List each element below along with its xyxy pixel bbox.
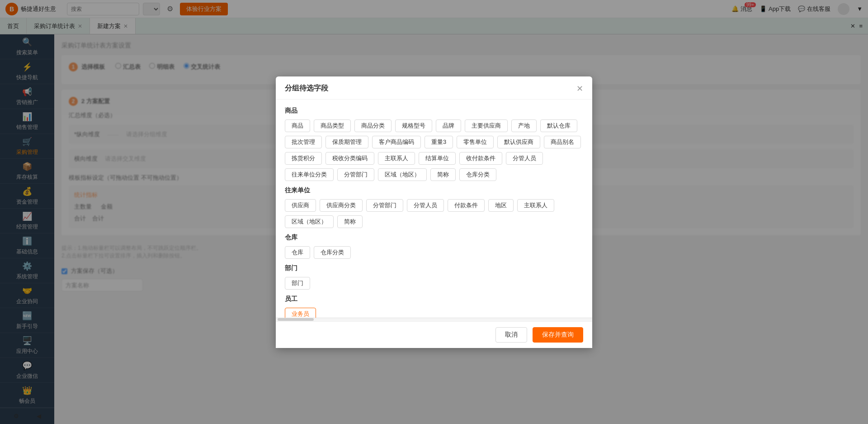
field-tag-payment-terms[interactable]: 收付款条件 [459, 152, 502, 165]
field-tag-region[interactable]: 区域（地区） [378, 168, 427, 181]
field-tag-dept[interactable]: 部门 [285, 277, 310, 290]
modal-overlay: 分组待选字段 ✕ 商品 商品 商品类型 商品分类 规格型号 品牌 主要供应商 产… [0, 0, 868, 424]
section-title-employee: 员工 [285, 295, 583, 303]
field-tag-area[interactable]: 地区 [488, 199, 514, 212]
field-tag-default-warehouse[interactable]: 默认仓库 [540, 119, 577, 132]
hscroll-thumb [278, 318, 314, 321]
field-tag-partner-manager[interactable]: 分管人员 [407, 199, 444, 212]
field-tag-supplier[interactable]: 供应商 [285, 199, 316, 212]
field-tag-default-supplier[interactable]: 默认供应商 [497, 136, 540, 148]
field-tag-spec-model[interactable]: 规格型号 [395, 119, 432, 132]
dialog-title: 分组待选字段 [285, 84, 328, 93]
dialog-hscroll[interactable] [276, 318, 592, 321]
field-tag-retail-unit[interactable]: 零售单位 [457, 136, 494, 148]
field-tag-region2[interactable]: 区域（地区） [285, 215, 334, 228]
cancel-button[interactable]: 取消 [495, 327, 527, 343]
section-title-warehouse: 仓库 [285, 233, 583, 242]
dialog-close-button[interactable]: ✕ [576, 84, 583, 94]
dialog-header: 分组待选字段 ✕ [276, 76, 592, 100]
field-tag-short-name2[interactable]: 简称 [337, 215, 363, 228]
warehouse-field-tags: 仓库 仓库分类 [285, 246, 583, 259]
field-tag-customer-code[interactable]: 客户商品编码 [372, 136, 421, 148]
field-tag-warehouse-category[interactable]: 仓库分类 [314, 246, 351, 259]
dialog-body[interactable]: 商品 商品 商品类型 商品分类 规格型号 品牌 主要供应商 产地 默认仓库 批次… [276, 100, 592, 318]
field-tag-warehouse[interactable]: 仓库 [285, 246, 310, 259]
field-tag-salesman[interactable]: 业务员 [285, 308, 316, 318]
field-select-dialog: 分组待选字段 ✕ 商品 商品 商品类型 商品分类 规格型号 品牌 主要供应商 产… [276, 76, 592, 348]
field-tag-related-category[interactable]: 往来单位分类 [285, 168, 334, 181]
field-tag-origin[interactable]: 产地 [511, 119, 537, 132]
employee-field-tags: 业务员 [285, 308, 583, 318]
field-tag-goods[interactable]: 商品 [285, 119, 310, 132]
field-tag-brand[interactable]: 品牌 [436, 119, 461, 132]
field-tag-warehouse-cat[interactable]: 仓库分类 [459, 168, 496, 181]
field-tag-shelf-life[interactable]: 保质期管理 [326, 136, 368, 148]
field-tag-goods-alias[interactable]: 商品别名 [544, 136, 581, 148]
field-tag-main-contact[interactable]: 主联系人 [378, 152, 415, 165]
partner-field-tags: 供应商 供应商分类 分管部门 分管人员 付款条件 地区 主联系人 区域（地区） … [285, 199, 583, 228]
field-tag-weight[interactable]: 重量3 [425, 136, 453, 148]
field-tag-partner-dept[interactable]: 分管部门 [366, 199, 403, 212]
field-tag-batch-mgmt[interactable]: 批次管理 [285, 136, 322, 148]
field-tag-goods-type[interactable]: 商品类型 [314, 119, 351, 132]
section-title-dept: 部门 [285, 264, 583, 272]
save-query-button[interactable]: 保存并查询 [533, 327, 583, 343]
field-tag-payment-cond[interactable]: 付款条件 [448, 199, 485, 212]
section-title-partner: 往来单位 [285, 186, 583, 195]
field-tag-tax-code[interactable]: 税收分类编码 [326, 152, 374, 165]
field-tag-managing-dept[interactable]: 分管部门 [337, 168, 374, 181]
field-tag-goods-category[interactable]: 商品分类 [354, 119, 392, 132]
field-tag-supplier-cat[interactable]: 供应商分类 [320, 199, 363, 212]
field-tag-manager[interactable]: 分管人员 [506, 152, 543, 165]
dept-field-tags: 部门 [285, 277, 583, 290]
dialog-footer: 取消 保存并查询 [276, 321, 592, 348]
field-tag-main-contact2[interactable]: 主联系人 [517, 199, 554, 212]
section-title-goods: 商品 [285, 107, 583, 115]
field-tag-short-name[interactable]: 简称 [430, 168, 456, 181]
field-tag-settlement-unit[interactable]: 结算单位 [419, 152, 456, 165]
field-tag-main-supplier[interactable]: 主要供应商 [465, 119, 508, 132]
goods-field-tags: 商品 商品类型 商品分类 规格型号 品牌 主要供应商 产地 默认仓库 批次管理 … [285, 119, 583, 181]
field-tag-pick-points[interactable]: 拣货积分 [285, 152, 322, 165]
